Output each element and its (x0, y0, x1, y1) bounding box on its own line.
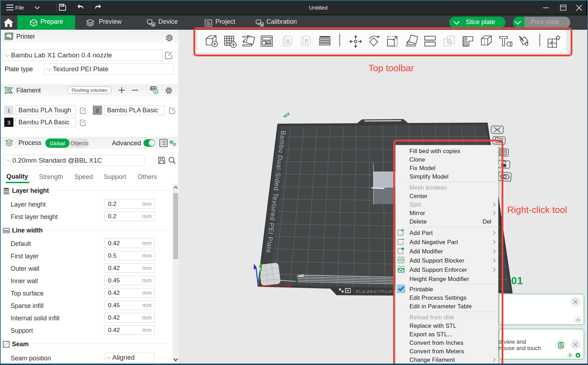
svg-text:PLA/ABS/TPU/P: PLA/ABS/TPU/P (356, 290, 393, 294)
